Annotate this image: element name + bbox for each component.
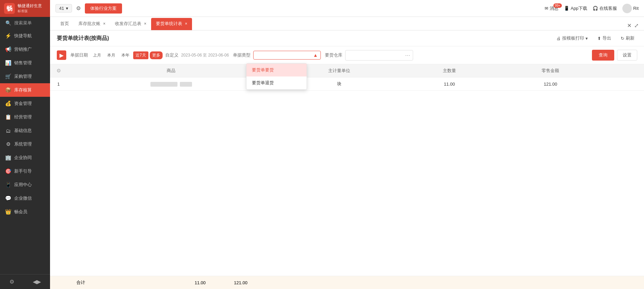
sidebar-item-wechat[interactable]: 💬 企业微信 [0, 192, 50, 205]
tab-send-summary-close[interactable]: × [144, 21, 146, 26]
sidebar-label-quick-nav: 快捷导航 [14, 33, 32, 39]
sidebar-collapse-btn[interactable]: ◀▶ [30, 277, 44, 286]
cell-empty [605, 77, 644, 91]
tab-order-stats-close[interactable]: × [185, 21, 187, 26]
warehouse-input-wrap: ··· [345, 50, 413, 61]
app-download-btn[interactable]: 📱 App下载 [564, 5, 587, 12]
doc-type-input-wrap[interactable]: ▲ [253, 51, 321, 60]
tab-maximize-icon[interactable]: ⤢ [634, 22, 639, 29]
dropdown-item-purchase-order[interactable]: 要货单要货 [246, 64, 307, 76]
sidebar-scroll: 🔍 搜索菜单 ⚡ 快捷导航 📢 营销推广 📊 销售管理 🛒 采购管理 📦 库存核… [0, 17, 50, 274]
summary-label: 合计 [72, 280, 139, 286]
refresh-btn[interactable]: ↻ 刷新 [618, 34, 637, 43]
sidebar-label-operation: 经营管理 [14, 114, 32, 120]
col-header-empty [605, 64, 644, 77]
tab-home-label: 首页 [60, 21, 69, 27]
sidebar-label-system: 系统管理 [14, 141, 32, 147]
warehouse-input[interactable] [348, 53, 405, 58]
summary-amount: 121.00 [220, 280, 261, 285]
doc-type-filter-group: 单据类型 ▲ [233, 51, 321, 60]
tab-inventory-batch-close[interactable]: × [103, 21, 105, 26]
sidebar-item-app-center[interactable]: 📱 应用中心 [0, 178, 50, 192]
filter-expand-btn[interactable]: ▶ [57, 50, 66, 60]
export-btn[interactable]: ⬆ 导出 [595, 34, 614, 43]
print-arrow-icon: ▾ [586, 36, 588, 41]
sidebar-item-finance[interactable]: 💰 资金管理 [0, 97, 50, 110]
tab-home[interactable]: 首页 [55, 18, 74, 30]
tab-inventory-batch[interactable]: 库存批次账 × [74, 18, 110, 30]
headset-icon: 🎧 [593, 6, 598, 11]
date-btns: 上月 本月 本年 近7天 更多 [91, 51, 163, 59]
sidebar-settings-btn[interactable]: ⚙ [7, 277, 17, 286]
doc-type-arrow-icon[interactable]: ▲ [313, 52, 318, 58]
col-header-settings[interactable]: ⚙ [50, 64, 67, 77]
main-area: 41 ▾ ⚙ 体验行业方案 ✉ 消息 99+ 📱 App下载 🎧 在线客服 R [50, 0, 644, 289]
col-settings-icon[interactable]: ⚙ [56, 68, 61, 73]
date-range: 2023-05-06 至 2023-06-06 [181, 52, 229, 58]
sidebar-item-system[interactable]: ⚙ 系统管理 [0, 137, 50, 151]
sales-icon: 📊 [5, 60, 11, 66]
date-btn-this-month[interactable]: 本月 [105, 51, 118, 59]
sidebar-item-guide[interactable]: 🎯 新手引导 [0, 164, 50, 178]
export-label: 导出 [602, 35, 611, 41]
date-btn-last-7-days[interactable]: 近7天 [133, 51, 148, 59]
customer-service-btn[interactable]: 🎧 在线客服 [593, 5, 617, 12]
topbar-settings-icon[interactable]: ⚙ [76, 5, 81, 12]
sidebar-item-enterprise[interactable]: 🏢 企业协同 [0, 151, 50, 164]
finance-icon: 💰 [5, 100, 11, 107]
sidebar-search-label: 搜索菜单 [14, 20, 32, 26]
sidebar-label-enterprise: 企业协同 [14, 155, 32, 161]
summary-row: 合计 11.00 121.00 [50, 276, 644, 289]
sidebar-item-purchase[interactable]: 🛒 采购管理 [0, 70, 50, 83]
table-wrap: ⚙ 商品 主计量单位 主数量 零售金额 1 [50, 64, 644, 276]
sidebar-search[interactable]: 🔍 搜索菜单 [0, 17, 50, 29]
app-name: 畅捷通好生意 [18, 3, 42, 9]
custom-label[interactable]: 自定义 [165, 52, 178, 58]
dropdown-item-purchase-return[interactable]: 要货单退货 [246, 76, 307, 89]
date-btn-last-month[interactable]: 上月 [91, 51, 103, 59]
sidebar-item-marketing[interactable]: 📢 营销推广 [0, 43, 50, 56]
messages-btn[interactable]: ✉ 消息 99+ [545, 5, 558, 12]
message-icon: ✉ [545, 6, 548, 11]
sidebar-item-inventory[interactable]: 📦 库存核算 [0, 83, 50, 97]
export-icon: ⬆ [597, 36, 601, 41]
warehouse-more-icon[interactable]: ··· [405, 52, 410, 59]
trial-btn[interactable]: 体验行业方案 [85, 3, 122, 14]
top-bar: 41 ▾ ⚙ 体验行业方案 ✉ 消息 99+ 📱 App下载 🎧 在线客服 R [50, 0, 644, 17]
member-icon: 👑 [5, 208, 11, 215]
doc-type-input[interactable] [256, 53, 313, 58]
sidebar-item-quick-nav[interactable]: ⚡ 快捷导航 [0, 29, 50, 43]
page-content: 要货单统计表(按商品) 🖨 按模板打印 ▾ ⬆ 导出 ↻ 刷新 ▶ [50, 30, 644, 289]
sidebar: 畅 畅捷通好生意 标准版 🔍 搜索菜单 ⚡ 快捷导航 📢 营销推广 📊 销售管理… [0, 0, 50, 289]
query-btn[interactable]: 查询 [592, 50, 614, 61]
date-btn-more[interactable]: 更多 [150, 51, 163, 59]
date-btn-this-year[interactable]: 本年 [119, 51, 132, 59]
tab-inventory-batch-label: 库存批次账 [78, 21, 100, 27]
tab-send-summary[interactable]: 收发存汇总表 × [110, 18, 151, 30]
sidebar-label-purchase: 采购管理 [14, 73, 32, 80]
enterprise-icon: 🏢 [5, 154, 11, 161]
sidebar-item-operation[interactable]: 📋 经营管理 [0, 110, 50, 124]
operation-icon: 📋 [5, 114, 11, 120]
tab-order-stats-label: 要货单统计表 [156, 21, 182, 27]
summary-quantity: 11.00 [180, 280, 220, 285]
user-profile-btn[interactable]: Rit [622, 4, 639, 13]
tab-bar-actions: ✕ ⤢ [627, 22, 639, 30]
logo-icon: 畅 [4, 3, 15, 14]
print-btn[interactable]: 🖨 按模板打印 ▾ [554, 34, 591, 43]
refresh-icon: ↻ [621, 36, 624, 41]
sidebar-label-wechat: 企业微信 [14, 195, 32, 201]
phone-icon: 📱 [564, 6, 569, 11]
sidebar-item-basic-info[interactable]: 🗂 基础信息 [0, 124, 50, 137]
sidebar-label-member: 畅会员 [14, 209, 27, 215]
settings-btn[interactable]: 设置 [617, 50, 637, 61]
sidebar-item-member[interactable]: 👑 畅会员 [0, 205, 50, 219]
search-icon: 🔍 [5, 20, 11, 26]
summary-cells: 合计 11.00 121.00 [55, 280, 639, 286]
tab-order-stats[interactable]: 要货单统计表 × [151, 18, 192, 30]
sidebar-label-guide: 新手引导 [14, 168, 32, 174]
breadcrumb-arrow-icon: ▾ [66, 6, 68, 11]
breadcrumb-dropdown[interactable]: 41 ▾ [55, 4, 72, 13]
tab-close-all-icon[interactable]: ✕ [627, 22, 631, 29]
sidebar-item-sales[interactable]: 📊 销售管理 [0, 56, 50, 70]
